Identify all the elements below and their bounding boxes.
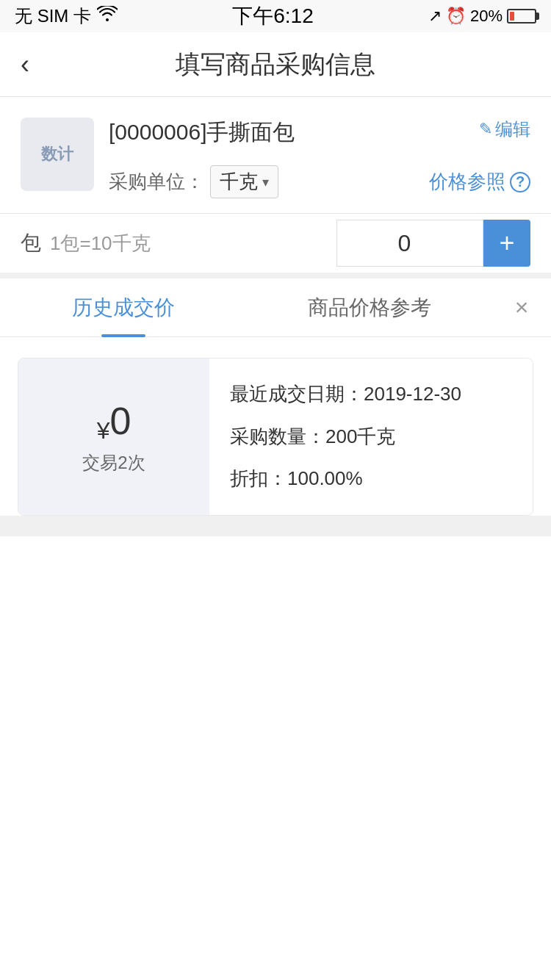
tab-bar: 历史成交价 商品价格参考 × [0, 278, 551, 337]
edit-icon: ✎ [479, 120, 492, 139]
trade-count: 交易2次 [82, 451, 145, 475]
page-title: 填写商品采购信息 [176, 48, 375, 82]
unit-description: 包 1包=10千克 [21, 229, 151, 257]
purchase-qty-label: 采购数量： [230, 425, 325, 447]
status-bar: 无 SIM 卡 下午6:12 ↗ ⏰ 20% [0, 0, 551, 32]
product-thumbnail: 数计 [21, 118, 94, 191]
discount-value: 100.00% [287, 467, 363, 489]
last-deal-label: 最近成交日期： [230, 383, 364, 405]
edit-button[interactable]: ✎ 编辑 [479, 118, 530, 141]
product-card: 数计 [0000006]手撕面包 ✎ 编辑 采购单位： 千克 ▾ 价格参照 ? [0, 97, 551, 214]
quantity-control: + [336, 220, 530, 267]
product-name: [0000006]手撕面包 [109, 118, 295, 148]
no-sim-text: 无 SIM 卡 [15, 4, 91, 28]
quantity-row: 包 1包=10千克 + [0, 214, 551, 278]
price-amount: 0 [109, 400, 131, 442]
price-ref-label: 价格参照 [429, 169, 505, 195]
battery-icon [507, 9, 536, 24]
price-card-right: 最近成交日期：2019-12-30 采购数量：200千克 折扣：100.00% [209, 359, 533, 515]
last-deal-date: 最近成交日期：2019-12-30 [230, 379, 512, 410]
unit-select-dropdown[interactable]: 千克 ▾ [210, 165, 278, 198]
unit-label: 采购单位： [109, 169, 204, 195]
product-thumb-label: 数计 [41, 145, 73, 164]
question-icon: ? [510, 172, 530, 192]
discount: 折扣：100.00% [230, 464, 512, 494]
price-card-left: ¥0 交易2次 [18, 359, 209, 515]
back-button[interactable]: ‹ [21, 49, 29, 80]
alarm-icon: ⏰ [446, 7, 466, 26]
wifi-icon [97, 6, 118, 26]
unit-icon: 包 [21, 229, 41, 257]
tab-product-price-ref[interactable]: 商品价格参考 [246, 278, 492, 337]
unit-ratio: 1包=10千克 [50, 231, 151, 256]
unit-value: 千克 [220, 169, 258, 195]
discount-label: 折扣： [230, 467, 287, 489]
bottom-area [0, 536, 551, 980]
chevron-down-icon: ▾ [262, 174, 269, 190]
gps-icon: ↗ [428, 7, 442, 26]
product-info: [0000006]手撕面包 ✎ 编辑 采购单位： 千克 ▾ 价格参照 ? [109, 118, 530, 198]
quantity-input[interactable] [336, 220, 483, 267]
product-name-row: [0000006]手撕面包 ✎ 编辑 [109, 118, 530, 148]
price-card: ¥0 交易2次 最近成交日期：2019-12-30 采购数量：200千克 折扣：… [18, 358, 533, 516]
status-right: ↗ ⏰ 20% [428, 7, 536, 26]
price-reference-button[interactable]: 价格参照 ? [429, 169, 530, 195]
price-display: ¥0 [97, 399, 132, 444]
tab-section: 历史成交价 商品价格参考 × ¥0 交易2次 最近成交日期：2019-12-30… [0, 278, 551, 516]
quantity-section: 包 1包=10千克 + [0, 214, 551, 278]
tab-close-button[interactable]: × [492, 278, 551, 337]
status-time: 下午6:12 [232, 2, 314, 30]
tab-history-price[interactable]: 历史成交价 [0, 278, 246, 337]
purchase-quantity: 采购数量：200千克 [230, 422, 512, 453]
quantity-plus-button[interactable]: + [483, 220, 530, 267]
edit-label: 编辑 [495, 118, 530, 141]
battery-percentage: 20% [470, 7, 503, 26]
nav-bar: ‹ 填写商品采购信息 [0, 32, 551, 97]
last-deal-date-value: 2019-12-30 [364, 383, 461, 405]
purchase-qty-value: 200千克 [325, 425, 395, 447]
status-left: 无 SIM 卡 [15, 4, 118, 28]
purchase-unit-row: 采购单位： 千克 ▾ 价格参照 ? [109, 165, 530, 198]
price-currency: ¥ [97, 418, 110, 444]
